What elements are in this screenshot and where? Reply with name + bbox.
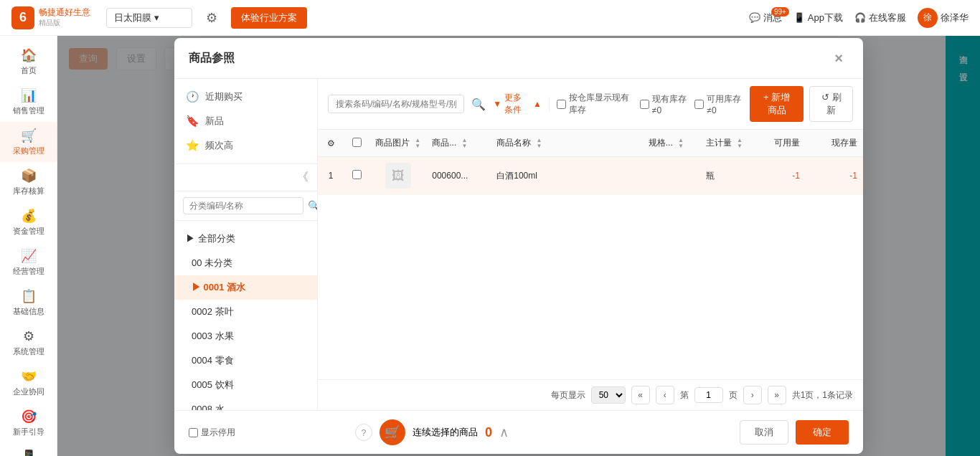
headset-icon: 🎧 — [854, 12, 866, 23]
settings-icon[interactable]: ⚙ — [201, 7, 222, 29]
cart-icon-button[interactable]: 🛒 — [380, 419, 405, 445]
nav-recent-buy[interactable]: 🕐 近期购买 — [174, 85, 317, 109]
sidebar-item-collab[interactable]: 🤝 企业协同 — [0, 363, 57, 403]
sidebar-item-purchase[interactable]: 🛒 采购管理 — [0, 122, 57, 162]
sidebar-item-guide[interactable]: 🎯 新手引导 — [0, 403, 57, 443]
category-search-row: 🔍 — [174, 191, 317, 221]
category-snack[interactable]: 0004 零食 — [174, 348, 317, 373]
checkbox-label: 现有库存≠0 — [652, 93, 687, 115]
help-button[interactable]: ? — [355, 424, 372, 441]
sidebar-item-label: 基础信息 — [13, 306, 44, 317]
select-all-checkbox[interactable] — [352, 138, 362, 147]
last-page-button[interactable]: » — [768, 386, 786, 404]
sidebar-item-system[interactable]: ⚙ 系统管理 — [0, 323, 57, 363]
checkbox-avail-nonzero[interactable]: 可用库存≠0 — [694, 93, 742, 115]
category-beverage[interactable]: 0005 饮料 — [174, 373, 317, 397]
col-spec-header[interactable]: 规格... ▲▼ — [643, 130, 700, 157]
col-checkbox-header[interactable] — [344, 130, 369, 157]
left-panel-collapse: 《 — [174, 164, 317, 191]
sidebar-item-apps[interactable]: 📱 应用中心 — [0, 443, 57, 456]
filter-button[interactable]: ▼ 更多条件 ▲ — [493, 92, 542, 116]
app-icon: 📱 — [793, 12, 805, 23]
apps-icon: 📱 — [21, 449, 37, 456]
sort-icon: ▲▼ — [462, 138, 468, 149]
right-panel: 🔍 ▼ 更多条件 ▲ 按仓库显示现有库存 — [318, 79, 863, 410]
avail-nonzero-checkbox[interactable] — [694, 100, 704, 109]
sidebar-item-label: 企业协同 — [13, 386, 44, 397]
category-search-input[interactable] — [183, 197, 303, 214]
per-page-select[interactable]: 50 — [591, 386, 626, 404]
collapse-button[interactable]: 《 — [293, 168, 313, 186]
footer-collapse-icon[interactable]: ∧ — [499, 424, 509, 440]
confirm-button[interactable]: 确定 — [796, 420, 849, 445]
nav-frequent[interactable]: ⭐ 频次高 — [174, 133, 317, 158]
modal-overlay: 商品参照 × 🕐 近期购买 🔖 — [57, 36, 980, 456]
page-number-input[interactable] — [694, 387, 723, 403]
table-row[interactable]: 1 🖼 000600... 白酒100ml 瓶 — [318, 157, 863, 195]
prev-page-button[interactable]: ‹ — [656, 386, 674, 404]
layout: 🏠 首页 📊 销售管理 🛒 采购管理 📦 库存核算 💰 资金管理 📈 经营管理 … — [0, 36, 980, 456]
category-label: 00 未分类 — [192, 257, 232, 270]
trial-button[interactable]: 体验行业方案 — [231, 7, 307, 29]
col-img-header[interactable]: 商品图片 ▲▼ — [369, 130, 426, 157]
category-uncategorized[interactable]: 00 未分类 — [174, 251, 317, 275]
col-settings-header[interactable]: ⚙ — [318, 130, 344, 157]
product-search-icon[interactable]: 🔍 — [471, 98, 486, 111]
modal-body: 🕐 近期购买 🔖 新品 ⭐ 频次高 — [174, 79, 863, 410]
category-tea[interactable]: 0002 茶叶 — [174, 300, 317, 324]
product-table: ⚙ 商品图片 ▲▼ 商品... ▲▼ — [318, 130, 863, 195]
category-all[interactable]: ▶ 全部分类 — [174, 227, 317, 251]
nav-message[interactable]: 💬 消息 99+ — [749, 11, 782, 24]
nav-service[interactable]: 🎧 在线客服 — [854, 11, 906, 24]
row-available-cell: -1 — [748, 157, 806, 195]
col-stock-header[interactable]: 现存量 — [806, 130, 863, 157]
first-page-button[interactable]: « — [631, 386, 650, 404]
sidebar-item-finance[interactable]: 💰 资金管理 — [0, 202, 57, 242]
row-checkbox-cell[interactable] — [344, 157, 369, 195]
add-product-button[interactable]: + 新增商品 — [750, 86, 804, 122]
category-fruit[interactable]: 0003 水果 — [174, 324, 317, 348]
col-unit-header[interactable]: 主计量 ▲▼ — [700, 130, 748, 157]
sidebar-item-sales[interactable]: 📊 销售管理 — [0, 82, 57, 122]
col-code-header[interactable]: 商品... ▲▼ — [426, 130, 491, 157]
stock-nonzero-checkbox[interactable] — [640, 100, 649, 109]
left-panel: 🕐 近期购买 🔖 新品 ⭐ 频次高 — [174, 79, 318, 410]
category-label: 0002 茶叶 — [192, 305, 234, 318]
checkbox-warehouse-stock[interactable]: 按仓库显示现有库存 — [557, 92, 633, 116]
checkbox-stock-nonzero[interactable]: 现有库存≠0 — [640, 93, 687, 115]
finance-icon: 💰 — [21, 208, 37, 224]
disabled-checkbox[interactable] — [189, 428, 198, 437]
category-water[interactable]: 0008 水 — [174, 397, 317, 410]
footer-middle: ? 🛒 连续选择的商品 0 ∧ — [355, 419, 509, 445]
logo-title: 畅捷通好生意 — [39, 7, 90, 17]
toolbar-row: 🔍 ▼ 更多条件 ▲ 按仓库显示现有库存 — [318, 79, 863, 130]
col-name-header[interactable]: 商品名称 ▲▼ — [491, 130, 642, 157]
next-page-button[interactable]: › — [743, 386, 762, 404]
category-search-icon[interactable]: 🔍 — [308, 200, 318, 212]
total-records: 共1页，1条记录 — [792, 389, 853, 402]
product-search-input[interactable] — [328, 95, 464, 113]
sidebar-item-basic-info[interactable]: 📋 基础信息 — [0, 282, 57, 323]
warehouse-stock-checkbox[interactable] — [557, 100, 566, 109]
store-selector[interactable]: 日太阳膜 ▾ — [106, 8, 192, 28]
sidebar-item-home[interactable]: 🏠 首页 — [0, 42, 57, 82]
nav-app-download[interactable]: 📱 App下载 — [793, 11, 843, 24]
sort-icon: ▲▼ — [537, 138, 542, 149]
sidebar-item-inventory[interactable]: 📦 库存核算 — [0, 162, 57, 202]
cancel-button[interactable]: 取消 — [740, 420, 788, 445]
logo-area: 6 畅捷通好生意 精品版 — [11, 6, 98, 29]
row-checkbox[interactable] — [352, 170, 362, 179]
show-disabled-checkbox[interactable]: 显示停用 — [189, 427, 235, 439]
nav-new-items[interactable]: 🔖 新品 — [174, 109, 317, 133]
col-avail-header[interactable]: 可用量 — [748, 130, 806, 157]
category-alcohol[interactable]: ▶ 0001 酒水 — [174, 275, 317, 300]
modal-close-button[interactable]: × — [829, 48, 849, 68]
logo-sub: 精品版 — [39, 18, 90, 28]
nav-user[interactable]: 徐 徐泽华 — [918, 8, 969, 28]
sidebar-item-operations[interactable]: 📈 经营管理 — [0, 242, 57, 282]
operations-icon: 📈 — [21, 248, 37, 264]
cart-label: 连续选择的商品 — [413, 426, 478, 439]
logo-icon: 6 — [11, 6, 34, 29]
refresh-button[interactable]: ↺ 刷新 — [809, 86, 853, 122]
row-name-cell: 白酒100ml — [491, 157, 642, 195]
